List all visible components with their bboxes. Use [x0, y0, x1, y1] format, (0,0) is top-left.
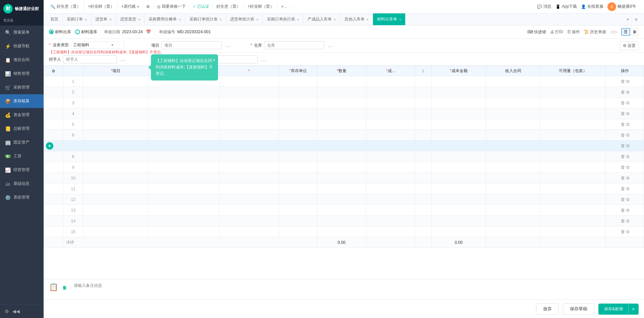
tab-close-icon[interactable]: × [256, 17, 258, 21]
row-input[interactable] [63, 141, 83, 151]
operation-btn[interactable]: ☰ 操作 [567, 29, 580, 35]
copy-row-icon[interactable]: ⧉ [626, 122, 629, 127]
income-contract-ellipsis[interactable]: … [261, 56, 266, 62]
row-unit[interactable] [279, 130, 317, 141]
row-material[interactable] [148, 87, 219, 98]
project-input[interactable] [161, 41, 222, 49]
tab-material-out[interactable]: 材料出库单 × [373, 13, 406, 25]
nav-experience[interactable]: ◎ 我要体验一下 [154, 4, 190, 9]
nav-message[interactable]: 💬 消息 [537, 4, 551, 9]
row-available[interactable] [540, 130, 606, 141]
row-project[interactable] [83, 119, 148, 130]
row-income-contract[interactable] [486, 130, 540, 141]
tab-other-storage[interactable]: 其他入库单 × [340, 13, 373, 25]
row-project[interactable] [83, 98, 148, 108]
row-input-cell[interactable] [63, 141, 83, 151]
handler-ellipsis[interactable]: … [120, 56, 125, 62]
copy-icon[interactable]: ⧉ [626, 175, 629, 181]
dropdown-icon[interactable]: ▾ [111, 43, 113, 47]
copy-row-icon[interactable]: ⧉ [626, 111, 629, 116]
row-available[interactable] [540, 141, 606, 151]
delete-row-icon[interactable]: 🗑 [621, 143, 625, 148]
row-spec[interactable] [219, 76, 279, 87]
row-cost-amt[interactable] [431, 130, 486, 141]
delete-icon[interactable]: 🗑 [621, 218, 625, 223]
nav-settings[interactable]: ⚙ [143, 4, 154, 9]
list-view-btn[interactable]: ☰ [622, 28, 630, 36]
save-new-button[interactable]: 保存&新增 ∧ [598, 304, 639, 315]
print-btn[interactable]: 🖨 打印 [550, 29, 563, 35]
sidebar-item-quick-nav[interactable]: ⚡ 快捷导航 [0, 39, 44, 53]
tab-close-icon[interactable]: × [85, 17, 87, 21]
row-qty[interactable] [317, 76, 366, 87]
row-available[interactable] [540, 87, 606, 98]
row-input2[interactable] [83, 141, 148, 151]
row-spec[interactable] [219, 98, 279, 108]
row-qty[interactable] [317, 87, 366, 98]
copy-row-icon[interactable]: ⧉ [626, 132, 629, 138]
tab-close-icon[interactable]: × [399, 17, 401, 21]
tab-close-icon[interactable]: × [297, 17, 299, 21]
row-cost-amt[interactable] [431, 98, 486, 108]
copy-row-icon[interactable]: ⧉ [626, 143, 629, 149]
row-qty[interactable] [317, 98, 366, 108]
delete-icon[interactable]: 🗑 [621, 175, 625, 180]
row-cost[interactable] [366, 130, 415, 141]
copy-icon[interactable]: ⧉ [626, 229, 629, 234]
business-type-input[interactable] [73, 43, 110, 47]
nav-app-download[interactable]: 📱 App下载 [555, 4, 577, 9]
nav-online-service[interactable]: 👤 在线客服 [581, 4, 603, 9]
row-available[interactable] [540, 98, 606, 108]
sidebar-item-project[interactable]: 📋 项目合同 [0, 53, 44, 67]
row-unit[interactable] [279, 87, 317, 98]
sidebar-item-finance[interactable]: 💰 资金管理 [0, 108, 44, 122]
sidebar-item-search[interactable]: 🔍 搜索菜单 [0, 25, 44, 39]
sidebar-item-purchase[interactable]: 🛒 采购管理 [0, 81, 44, 94]
delete-row-icon[interactable]: 🗑 [621, 100, 625, 105]
tab-close-icon[interactable]: × [179, 17, 181, 21]
row-input-cell2[interactable] [83, 141, 148, 151]
row-spec[interactable] [219, 119, 279, 130]
row-cost[interactable] [366, 98, 415, 108]
row-cost[interactable] [366, 119, 415, 130]
copy-icon[interactable]: ⧉ [626, 197, 629, 202]
row-unit[interactable] [279, 119, 317, 130]
sidebar-item-base-info[interactable]: 🗂 基础信息 [0, 177, 44, 191]
sidebar-item-inventory[interactable]: 📦 库存核算 [0, 94, 44, 108]
nav-verified[interactable]: ✓ 已认证 [190, 4, 213, 9]
row-income-contract[interactable] [486, 108, 540, 119]
delete-row-icon[interactable]: 🗑 [621, 132, 625, 138]
row-income-contract[interactable] [486, 119, 540, 130]
tab-close-icon[interactable]: × [334, 17, 336, 21]
delete-icon[interactable]: 🗑 [621, 186, 625, 191]
row-project[interactable] [83, 87, 148, 98]
nav-more[interactable]: +... [278, 4, 290, 9]
col-header-settings[interactable]: ⚙ [44, 66, 63, 76]
remarks-textarea[interactable] [74, 283, 639, 296]
copy-icon[interactable]: ⧉ [626, 218, 629, 224]
split-arrow-icon[interactable]: ∧ [628, 304, 638, 314]
copy-icon[interactable]: ⧉ [626, 186, 629, 192]
tab-purchase-expense[interactable]: 采购费用分摊单 × [145, 13, 185, 25]
user-profile[interactable]: 8 畅捷通8号 [607, 2, 636, 11]
warehouse-input[interactable] [264, 41, 324, 49]
handler-input[interactable] [63, 55, 117, 63]
project-ellipsis[interactable]: … [225, 42, 230, 48]
tab-incoming-stat[interactable]: 进货单统计表 × [226, 13, 263, 25]
delete-icon[interactable]: 🗑 [621, 154, 625, 159]
tab-incoming[interactable]: 进货单 × [91, 13, 116, 25]
row-spec[interactable] [219, 130, 279, 141]
row-spec[interactable] [219, 108, 279, 119]
row-project[interactable] [148, 141, 219, 151]
row-spec[interactable] [219, 87, 279, 98]
copy-row-icon[interactable]: ⧉ [626, 100, 629, 106]
next-page-icon[interactable]: ▷ [614, 30, 618, 34]
row-unit[interactable] [279, 141, 317, 151]
radio-material-out[interactable]: 材料出库 [49, 29, 71, 35]
sidebar-item-sales[interactable]: 📊 销售管理 [0, 67, 44, 81]
delete-icon[interactable]: 🗑 [621, 229, 625, 234]
prev-page-icon[interactable]: ◁ [610, 30, 613, 34]
sidebar-item-system[interactable]: ⚙️ 系统管理 [0, 191, 44, 204]
row-available[interactable] [540, 108, 606, 119]
row-cost-amt[interactable] [431, 108, 486, 119]
